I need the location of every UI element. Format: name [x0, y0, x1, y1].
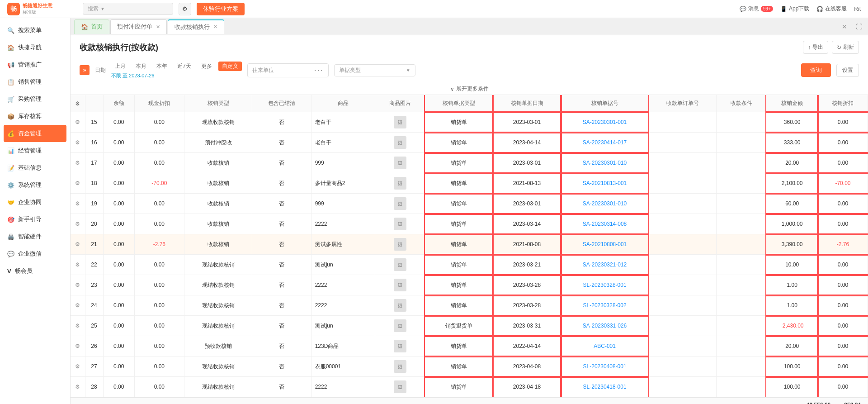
date-btn-custom[interactable]: 自定义: [218, 62, 242, 71]
settings-button[interactable]: 设置: [836, 64, 859, 77]
date-btn-7days[interactable]: 近7天: [174, 61, 195, 71]
cell-no: 15: [85, 112, 103, 133]
sidebar-item-search[interactable]: 🔍 搜索菜单: [0, 22, 70, 39]
cancel-bill-no-link[interactable]: SL-20230408-001: [583, 363, 627, 370]
cell-receipt-condition: [717, 336, 766, 356]
goods-image: 🖼: [394, 197, 406, 210]
cell-cancel-type: 现结收款核销: [184, 377, 252, 397]
cancel-bill-no-link[interactable]: SA-20210813-001: [583, 180, 627, 186]
cell-receipt-condition: [717, 234, 766, 255]
online-service-item[interactable]: 🎧 在线客服: [816, 5, 847, 13]
cancel-bill-no-link[interactable]: SL-20230328-001: [583, 282, 627, 288]
date-btn-this-month[interactable]: 本月: [132, 61, 150, 71]
row-settings-icon[interactable]: ⚙: [75, 241, 80, 247]
sidebar-item-navigation[interactable]: 🏠 快捷导航: [0, 39, 70, 56]
sidebar-item-enterprise[interactable]: 🤝 企业协同: [0, 194, 70, 211]
maximize-window-button[interactable]: ⛶: [854, 21, 864, 32]
cell-cancel-amount: 3,390.00: [766, 234, 818, 255]
sidebar-item-hardware[interactable]: 🖨️ 智能硬件: [0, 228, 70, 245]
row-settings-icon[interactable]: ⚙: [75, 221, 80, 227]
cancel-bill-no-link[interactable]: SA-20210808-001: [583, 241, 627, 247]
footer-total-discount-value: 952.24: [844, 402, 861, 404]
row-settings-icon[interactable]: ⚙: [75, 363, 80, 370]
tab-prepayment[interactable]: 预付冲应付单 ✕: [110, 19, 167, 34]
cancel-bill-no-link[interactable]: SL-20230418-001: [583, 384, 627, 390]
sidebar-item-finance[interactable]: 💰 资金管理: [4, 125, 66, 142]
app-download-item[interactable]: 📱 App下载: [780, 5, 809, 13]
row-settings-icon[interactable]: ⚙: [75, 302, 80, 309]
system-icon: ⚙️: [7, 182, 14, 189]
row-settings-icon[interactable]: ⚙: [75, 160, 80, 166]
tab-receipt-cancel-close[interactable]: ✕: [213, 24, 217, 30]
tab-receipt-cancel[interactable]: 收款核销执行 ✕: [168, 19, 224, 34]
cell-cancel-bill-type: 销货单: [425, 153, 493, 173]
row-settings-icon[interactable]: ⚙: [75, 119, 80, 125]
date-btn-this-year[interactable]: 本年: [153, 61, 171, 71]
refresh-button[interactable]: ↻ 刷新: [832, 41, 859, 54]
cancel-bill-no-link[interactable]: SL-20230328-002: [583, 302, 627, 309]
home-tab-icon: 🏠: [81, 24, 88, 30]
cancel-bill-no-link[interactable]: SA-20230301-001: [583, 119, 627, 125]
row-settings-icon[interactable]: ⚙: [75, 384, 80, 390]
sidebar-item-purchase[interactable]: 🛒 采购管理: [0, 90, 70, 108]
row-settings-icon[interactable]: ⚙: [75, 180, 80, 186]
cancel-bill-no-link[interactable]: SA-20230414-017: [583, 139, 627, 146]
sidebar-item-marketing[interactable]: 📢 营销推广: [0, 56, 70, 73]
gear-button[interactable]: ⚙: [179, 3, 191, 15]
sidebar-item-member[interactable]: V 畅会员: [0, 262, 70, 280]
expand-button[interactable]: »: [80, 65, 90, 75]
goods-image: 🖼: [394, 319, 406, 332]
cell-cash-discount: 0.00: [134, 275, 184, 295]
row-settings-icon[interactable]: ⚙: [75, 200, 80, 207]
cancel-bill-no-link[interactable]: SA-20230314-008: [583, 221, 627, 227]
cell-cancel-bill-type: 销货单: [425, 336, 493, 356]
tab-home[interactable]: 🏠 首页: [74, 19, 109, 34]
row-settings-icon[interactable]: ⚙: [75, 343, 80, 349]
row-settings-icon[interactable]: ⚙: [75, 261, 80, 268]
cell-balance: 0.00: [103, 275, 134, 295]
date-btn-last-month[interactable]: 上月: [111, 61, 129, 71]
counterpart-input[interactable]: 往来单位 ···: [247, 63, 329, 77]
col-balance: 余额: [103, 95, 134, 112]
sidebar-item-guide[interactable]: 🎯 新手引导: [0, 211, 70, 228]
select-arrow-icon: ▼: [406, 68, 410, 73]
date-btn-more[interactable]: 更多: [198, 61, 216, 71]
sidebar-item-basics[interactable]: 📝 基础信息: [0, 159, 70, 176]
date-options: 上月 本月 本年 近7天 更多 自定义: [111, 61, 242, 71]
table-row: ⚙ 27 0.00 0.00 现结收款核销 否 衣服00001 🖼 销货单 20…: [71, 356, 868, 377]
cancel-bill-no-link[interactable]: SA-20230301-010: [583, 200, 627, 207]
tab-prepayment-close[interactable]: ✕: [156, 24, 160, 30]
cell-goods: 测试jun: [311, 316, 375, 336]
sidebar-item-wechat[interactable]: 💬 企业微信: [0, 245, 70, 262]
sidebar-item-system[interactable]: ⚙️ 系统管理: [0, 176, 70, 194]
row-settings-icon[interactable]: ⚙: [75, 139, 80, 146]
cell-goods: 2222: [311, 275, 375, 295]
cell-receipt-order-no: [648, 316, 717, 336]
cell-goods-img: 🖼: [375, 133, 425, 153]
sidebar-item-sales[interactable]: 📋 销售管理: [0, 73, 70, 90]
close-window-button[interactable]: ✕: [839, 21, 850, 32]
export-button[interactable]: ↑ 导出: [803, 41, 828, 54]
search-box[interactable]: 搜索 ▼: [83, 3, 173, 15]
industry-button[interactable]: 休验行业方案: [197, 3, 245, 15]
cell-cancel-bill-no: SA-20230301-001: [561, 112, 649, 133]
sidebar-item-operations[interactable]: 📊 经营管理: [0, 142, 70, 159]
cancel-bill-no-link[interactable]: SA-20230331-026: [583, 323, 627, 329]
single-type-select[interactable]: 单据类型 ▼: [334, 64, 415, 76]
table-scroll[interactable]: ⚙ 余额 现金折扣 核销类型 包含已结清 商品 商品图片 核销单据类型 核销单据…: [71, 95, 868, 397]
cell-settings: ⚙: [71, 133, 85, 153]
row-settings-icon[interactable]: ⚙: [75, 282, 80, 288]
query-button[interactable]: 查询: [801, 63, 831, 77]
wechat-icon: 💬: [7, 251, 14, 257]
cancel-bill-no-link[interactable]: SA-20230301-010: [583, 160, 627, 166]
user-name[interactable]: Rit: [854, 6, 861, 12]
cancel-bill-no-link[interactable]: SA-20230321-012: [583, 261, 627, 268]
sidebar-item-inventory[interactable]: 📦 库存核算: [0, 108, 70, 125]
expand-more-button[interactable]: ∨ 展开更多条件: [450, 85, 489, 93]
cell-settings: ⚙: [71, 275, 85, 295]
message-nav-item[interactable]: 💬 消息 99+: [740, 5, 773, 13]
row-settings-icon[interactable]: ⚙: [75, 323, 80, 329]
cancel-bill-no-link[interactable]: ABC-001: [594, 343, 616, 349]
cell-cancel-type: 预付冲应收: [184, 133, 252, 153]
cell-goods: 999: [311, 194, 375, 214]
